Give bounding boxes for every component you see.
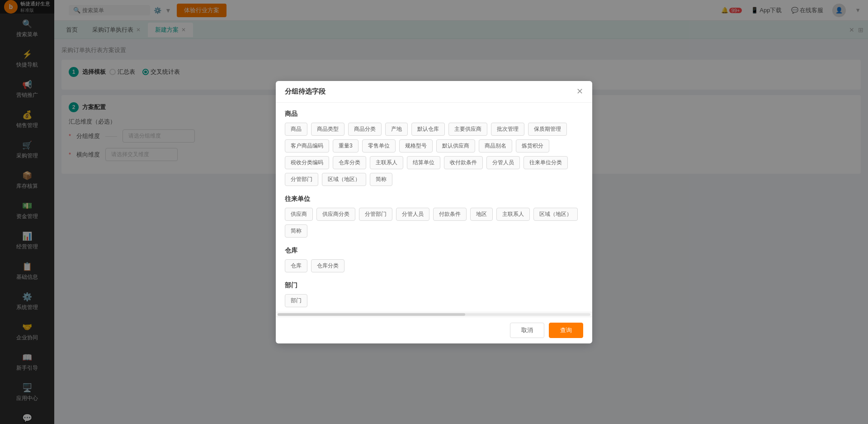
field-tag-1-1[interactable]: 供应商分类: [316, 208, 355, 221]
field-tag-1-8[interactable]: 简称: [285, 224, 307, 238]
field-tag-0-4[interactable]: 默认仓库: [411, 123, 445, 136]
field-tag-1-4[interactable]: 付款条件: [433, 208, 467, 221]
field-tag-0-7[interactable]: 保质期管理: [528, 123, 567, 136]
field-tag-2-1[interactable]: 仓库分类: [311, 259, 344, 272]
field-tag-3-0[interactable]: 部门: [285, 294, 307, 307]
hscroll-thumb: [278, 313, 465, 316]
field-group-0: 商品商品商品类型商品分类产地默认仓库主要供应商批次管理保质期管理客户商品编码重量…: [285, 110, 583, 186]
field-tag-1-6[interactable]: 主联系人: [496, 208, 530, 221]
field-tag-0-18[interactable]: 结算单位: [407, 156, 440, 169]
confirm-button[interactable]: 查询: [549, 323, 583, 338]
field-tag-0-0[interactable]: 商品: [285, 123, 307, 136]
field-tags-0: 商品商品类型商品分类产地默认仓库主要供应商批次管理保质期管理客户商品编码重量3零…: [285, 123, 583, 186]
modal-overlay: 分组待选字段 ✕ 商品商品商品类型商品分类产地默认仓库主要供应商批次管理保质期管…: [0, 0, 868, 424]
field-tags-3: 部门: [285, 294, 583, 307]
field-tag-0-8[interactable]: 客户商品编码: [285, 139, 329, 152]
field-tag-0-5[interactable]: 主要供应商: [448, 123, 487, 136]
field-tag-0-24[interactable]: 简称: [370, 173, 392, 186]
hscroll-track: [278, 313, 590, 316]
field-group-title-1: 往来单位: [285, 195, 583, 203]
field-tag-0-6[interactable]: 批次管理: [491, 123, 524, 136]
modal-close-button[interactable]: ✕: [576, 87, 583, 95]
field-tag-0-10[interactable]: 零售单位: [362, 139, 396, 152]
field-tags-2: 仓库仓库分类: [285, 259, 583, 272]
field-tag-1-5[interactable]: 地区: [470, 208, 493, 221]
field-tag-0-17[interactable]: 主联系人: [370, 156, 403, 169]
field-tag-1-7[interactable]: 区域（地区）: [533, 208, 578, 221]
field-tag-0-15[interactable]: 税收分类编码: [285, 156, 329, 169]
field-group-title-2: 仓库: [285, 247, 583, 255]
field-tag-0-9[interactable]: 重量3: [333, 139, 359, 152]
field-tag-0-22[interactable]: 分管部门: [285, 173, 318, 186]
field-tags-1: 供应商供应商分类分管部门分管人员付款条件地区主联系人区域（地区）简称: [285, 208, 583, 238]
field-tag-1-2[interactable]: 分管部门: [359, 208, 392, 221]
field-group-2: 仓库仓库仓库分类: [285, 247, 583, 272]
cancel-button[interactable]: 取消: [510, 323, 544, 338]
field-tag-0-20[interactable]: 分管人员: [486, 156, 520, 169]
field-tag-0-12[interactable]: 默认供应商: [436, 139, 475, 152]
modal-header: 分组待选字段 ✕: [276, 81, 592, 103]
field-tag-0-16[interactable]: 仓库分类: [333, 156, 366, 169]
modal-footer: 取消 查询: [276, 317, 592, 343]
field-group-3: 部门部门: [285, 281, 583, 307]
field-tag-2-0[interactable]: 仓库: [285, 259, 307, 272]
field-group-1: 往来单位供应商供应商分类分管部门分管人员付款条件地区主联系人区域（地区）简称: [285, 195, 583, 238]
field-tag-0-19[interactable]: 收付款条件: [444, 156, 483, 169]
field-tag-0-21[interactable]: 往来单位分类: [524, 156, 568, 169]
field-tag-0-1[interactable]: 商品类型: [311, 123, 344, 136]
field-tag-0-11[interactable]: 规格型号: [399, 139, 433, 152]
modal-hscroll[interactable]: [276, 312, 592, 316]
field-tag-0-2[interactable]: 商品分类: [348, 123, 382, 136]
modal-body: 商品商品商品类型商品分类产地默认仓库主要供应商批次管理保质期管理客户商品编码重量…: [276, 103, 592, 312]
modal-title: 分组待选字段: [285, 87, 326, 96]
field-tag-0-13[interactable]: 商品别名: [479, 139, 512, 152]
field-tag-0-14[interactable]: 炼货积分: [516, 139, 549, 152]
field-tag-0-3[interactable]: 产地: [385, 123, 408, 136]
field-select-modal: 分组待选字段 ✕ 商品商品商品类型商品分类产地默认仓库主要供应商批次管理保质期管…: [276, 81, 592, 343]
field-tag-1-3[interactable]: 分管人员: [396, 208, 429, 221]
field-tag-0-23[interactable]: 区域（地区）: [322, 173, 366, 186]
field-tag-1-0[interactable]: 供应商: [285, 208, 313, 221]
field-group-title-3: 部门: [285, 281, 583, 290]
field-group-title-0: 商品: [285, 110, 583, 118]
